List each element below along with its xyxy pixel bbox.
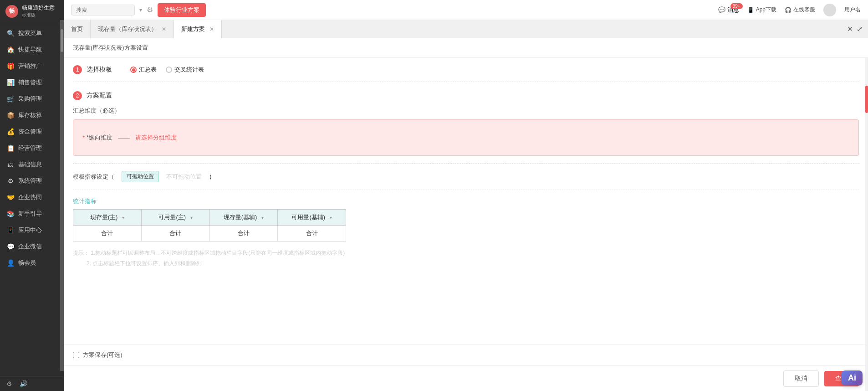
stats-section: 统计指标 现存量(主) ▾ 可用量(主) bbox=[73, 197, 859, 242]
sidebar-item-label: 基础信息 bbox=[18, 160, 42, 169]
stats-col-1-header[interactable]: 现存量(主) ▾ bbox=[73, 210, 142, 226]
sidebar-item-basic[interactable]: 🗂 基础信息 bbox=[0, 156, 64, 173]
sidebar-item-marketing[interactable]: 🎁 营销推广 bbox=[0, 58, 64, 74]
tab-inventory-label: 现存量（库存状况表） bbox=[98, 25, 157, 33]
indicator-row: 模板指标设定（ 可拖动位置 不可拖动位置 ） bbox=[73, 171, 859, 182]
sidebar-item-inventory[interactable]: 📦 库存核算 bbox=[0, 107, 64, 123]
stats-col-2-label: 可用量(主) bbox=[158, 214, 186, 221]
sidebar-item-purchase[interactable]: 🛒 采购管理 bbox=[0, 91, 64, 107]
step1-section: 1 选择模板 汇总表 交叉统计表 bbox=[73, 65, 859, 82]
radio-summary[interactable]: 汇总表 bbox=[130, 66, 157, 74]
message-button[interactable]: 💬 消息 99+ bbox=[718, 6, 739, 14]
stats-col-3-dropdown[interactable]: ▾ bbox=[261, 215, 264, 220]
message-badge: 99+ bbox=[730, 3, 743, 9]
sidebar-nav: 🔍 搜索菜单 🏠 快捷导航 🎁 营销推广 📊 销售管理 🛒 采购管理 📦 库存核… bbox=[0, 23, 64, 376]
sidebar-item-member[interactable]: 👤 畅会员 bbox=[0, 255, 64, 271]
tips-section: 提示： 1.拖动标题栏可以调整布局，不可跨维度或指标区域拖动栏目字段(只能在同一… bbox=[73, 249, 859, 268]
sidebar-item-operation[interactable]: 📋 经营管理 bbox=[0, 140, 64, 156]
audio-bottom-icon[interactable]: 🔊 bbox=[20, 380, 27, 387]
stats-col-2-dropdown[interactable]: ▾ bbox=[190, 215, 193, 220]
username-label: 用户名 bbox=[844, 6, 861, 14]
radio-summary-circle bbox=[130, 67, 137, 73]
tab-inventory-close[interactable]: ✕ bbox=[162, 26, 166, 32]
save-checkbox[interactable] bbox=[73, 352, 79, 358]
sidebar-item-newbie[interactable]: 📚 新手引导 bbox=[0, 206, 64, 222]
tab-new[interactable]: 新建方案 ✕ bbox=[174, 20, 222, 38]
app-download-button[interactable]: 📱 App下载 bbox=[747, 6, 776, 14]
save-label: 方案保存(可选) bbox=[83, 351, 123, 359]
tab-new-label: 新建方案 bbox=[181, 25, 205, 33]
stats-cell-2: 合计 bbox=[141, 226, 209, 242]
step2-header: 2 方案配置 bbox=[73, 91, 859, 100]
stats-col-1-dropdown[interactable]: ▾ bbox=[122, 215, 124, 220]
sidebar-item-sales[interactable]: 📊 销售管理 bbox=[0, 74, 64, 91]
tab-home-label: 首页 bbox=[71, 25, 83, 33]
gear-icon: ⚙ bbox=[6, 177, 15, 185]
radio-summary-label: 汇总表 bbox=[139, 66, 157, 74]
stats-section-label: 统计指标 bbox=[73, 197, 859, 206]
sidebar-item-search[interactable]: 🔍 搜索菜单 bbox=[0, 25, 64, 41]
step1-divider bbox=[73, 82, 859, 82]
sidebar-item-quick[interactable]: 🏠 快捷导航 bbox=[0, 41, 64, 58]
stats-col-2-header[interactable]: 可用量(主) ▾ bbox=[141, 210, 209, 226]
sidebar-item-label: 经营管理 bbox=[18, 144, 42, 152]
table-row: 合计 合计 合计 合计 bbox=[73, 226, 346, 242]
ai-badge[interactable]: Ai bbox=[842, 370, 863, 386]
topbar-gear-icon[interactable]: ⚙ bbox=[147, 5, 153, 14]
stats-col-3-header[interactable]: 现存量(基辅) ▾ bbox=[209, 210, 278, 226]
save-row: 方案保存(可选) bbox=[64, 344, 868, 365]
topbar-dropdown-icon[interactable]: ▾ bbox=[139, 7, 142, 13]
tab-new-close[interactable]: ✕ bbox=[209, 26, 214, 32]
step2-section: 2 方案配置 汇总维度（必选） * *纵向维度 —— 请选择分组维度 bbox=[73, 91, 859, 268]
box-icon: 📦 bbox=[6, 111, 15, 119]
sidebar-item-system[interactable]: ⚙ 系统管理 bbox=[0, 173, 64, 189]
app-name: 畅康通好生意 bbox=[22, 5, 55, 12]
step1-number: 1 bbox=[73, 65, 82, 74]
indicators-label-end: ） bbox=[209, 173, 215, 181]
bottom-bar: 取消 查询 bbox=[64, 365, 868, 391]
sidebar-item-label: 营销推广 bbox=[18, 62, 42, 70]
radio-cross[interactable]: 交叉统计表 bbox=[166, 66, 204, 74]
stats-cell-1: 合计 bbox=[73, 226, 142, 242]
step1-title: 选择模板 bbox=[87, 66, 112, 74]
plan-config: 汇总维度（必选） * *纵向维度 —— 请选择分组维度 模板指标设定（ bbox=[73, 107, 859, 268]
trial-button[interactable]: 体验行业方案 bbox=[158, 3, 206, 17]
dimension-area[interactable]: * *纵向维度 —— 请选择分组维度 bbox=[73, 119, 859, 156]
handshake-icon: 🤝 bbox=[6, 193, 15, 201]
schema-body: 1 选择模板 汇总表 交叉统计表 bbox=[64, 58, 868, 344]
sidebar-item-label: 资金管理 bbox=[18, 128, 42, 136]
tab-home[interactable]: 首页 bbox=[64, 20, 91, 38]
sidebar-bottom: ⚙ 🔊 bbox=[0, 376, 64, 391]
stats-col-4-header[interactable]: 可用量(基辅) ▾ bbox=[278, 210, 346, 226]
dimension-dash: —— bbox=[118, 134, 130, 141]
user-icon: 👤 bbox=[6, 259, 15, 267]
sidebar-item-corp[interactable]: 🤝 企业协同 bbox=[0, 189, 64, 206]
tab-expand-icon[interactable]: ⤢ bbox=[857, 25, 863, 33]
settings-bottom-icon[interactable]: ⚙ bbox=[6, 380, 12, 387]
stats-col-3-label: 现存量(基辅) bbox=[224, 214, 257, 221]
topbar-search-input[interactable] bbox=[71, 5, 135, 15]
sidebar-item-label: 采购管理 bbox=[18, 95, 42, 103]
topbar-right: 💬 消息 99+ 📱 App下载 🎧 在线客服 用户名 bbox=[718, 4, 861, 16]
sidebar-item-apps[interactable]: 📱 应用中心 bbox=[0, 222, 64, 238]
cancel-button[interactable]: 取消 bbox=[783, 370, 819, 387]
stats-col-4-dropdown[interactable]: ▾ bbox=[330, 215, 332, 220]
dimension-placeholder[interactable]: 请选择分组维度 bbox=[135, 134, 177, 142]
tab-inventory[interactable]: 现存量（库存状况表） ✕ bbox=[91, 20, 174, 38]
sidebar-item-label: 畅会员 bbox=[18, 259, 36, 267]
home-icon: 🏠 bbox=[6, 46, 15, 54]
sidebar-logo: 畅 畅康通好生意 标准版 bbox=[0, 0, 64, 23]
right-scrollbar bbox=[865, 58, 868, 391]
sidebar-item-finance[interactable]: 💰 资金管理 bbox=[0, 123, 64, 140]
dimension-required-star: * bbox=[82, 134, 85, 141]
tips-item-2: 2. 点击标题栏下拉可设置排序、插入列和删除列 bbox=[73, 259, 859, 268]
app-download-label: App下载 bbox=[756, 6, 776, 14]
indicators-prefix-label: 模板指标设定（ bbox=[73, 173, 114, 181]
schema-panel: 现存量(库存状况表)方案设置 1 选择模板 汇总表 bbox=[64, 38, 868, 391]
service-button[interactable]: 🎧 在线客服 bbox=[785, 6, 815, 14]
tab-close-icon[interactable]: ✕ bbox=[847, 25, 853, 33]
sidebar-item-label: 企业协同 bbox=[18, 193, 42, 201]
stats-cell-4: 合计 bbox=[278, 226, 346, 242]
service-icon: 🎧 bbox=[785, 7, 791, 13]
sidebar-item-wechat[interactable]: 💬 企业微信 bbox=[0, 238, 64, 255]
